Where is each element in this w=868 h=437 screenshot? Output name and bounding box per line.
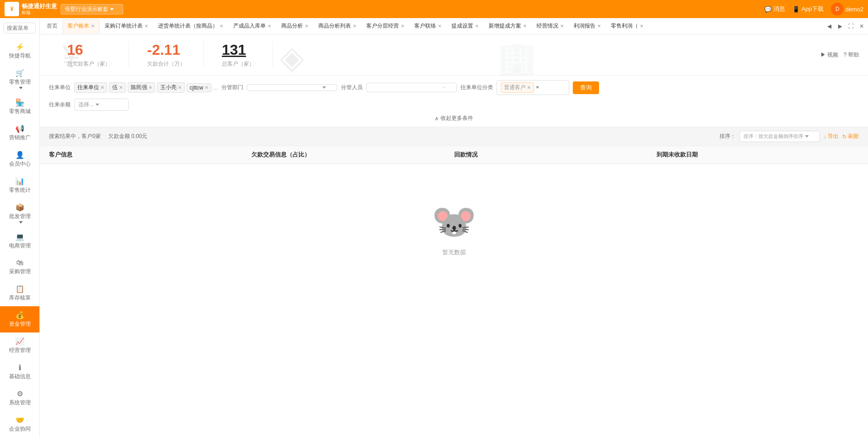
- tab-profit-report[interactable]: 利润报告✕: [569, 19, 606, 33]
- finance-icon: 💰: [15, 311, 24, 319]
- stat-total-customer: 131 总客户（家）: [204, 42, 273, 68]
- basic-info-icon: ℹ: [19, 363, 21, 372]
- app-download-button[interactable]: 📱 App下载: [792, 5, 824, 13]
- sidebar-item-purchase-mgmt[interactable]: 🛍采购管理: [0, 254, 39, 280]
- dept-filter-select[interactable]: [247, 84, 337, 91]
- tab-close-icon[interactable]: ✕: [305, 24, 308, 28]
- export-button[interactable]: ↓ 导出: [824, 133, 839, 140]
- tab-new-proposal[interactable]: 新增提成方案✕: [484, 19, 532, 33]
- filter-more-btn[interactable]: ...: [213, 85, 218, 91]
- sidebar-item-system-mgmt[interactable]: ⚙系统管理: [0, 385, 39, 411]
- sidebar-item-retail-mall[interactable]: 🏪零售商城: [0, 94, 39, 120]
- tab-next-button[interactable]: ▶: [835, 22, 844, 31]
- balance-filter-select[interactable]: 选择...: [74, 99, 129, 111]
- member-center-icon: 👤: [15, 151, 24, 159]
- help-icon: ?: [844, 52, 847, 58]
- tab-close-all-button[interactable]: ✕: [857, 22, 866, 31]
- sidebar-item-enterprise-coop[interactable]: 🤝企业协同: [0, 411, 39, 437]
- close-icon[interactable]: ✕: [205, 85, 208, 90]
- ecommerce-icon: 💻: [15, 233, 24, 241]
- close-icon[interactable]: ✕: [178, 85, 182, 90]
- close-icon[interactable]: ✕: [527, 85, 531, 90]
- results-summary: 搜索结果中，客户0家: [49, 133, 101, 140]
- tab-prev-button[interactable]: ◀: [825, 22, 834, 31]
- sidebar-item-marketing[interactable]: 📢营销推广: [0, 120, 39, 146]
- app-icon: 📱: [792, 6, 800, 13]
- tab-operation[interactable]: 经营情况✕: [532, 19, 569, 33]
- tab-close-icon[interactable]: ✕: [91, 24, 95, 28]
- tab-close-icon[interactable]: ✕: [475, 24, 479, 28]
- chevron-down-icon: [19, 221, 23, 223]
- sidebar-item-retail-stats[interactable]: 📊零售统计: [0, 172, 39, 199]
- sort-select[interactable]: 排序：按欠款金额倒序排序: [739, 131, 820, 142]
- unit-class-select[interactable]: 普通客户 ✕: [497, 80, 569, 95]
- sidebar-item-operation-mgmt[interactable]: 📈经营管理: [0, 332, 39, 359]
- logo: ¥ 畅捷通好生意 标版: [5, 2, 57, 16]
- sidebar-item-inventory[interactable]: 📋库存核算: [0, 280, 39, 306]
- tab-close-icon[interactable]: ✕: [144, 24, 148, 28]
- close-icon[interactable]: ✕: [119, 85, 123, 90]
- avatar: D: [831, 3, 844, 15]
- tab-incoming-stats[interactable]: 进货单统计表（按商品）✕: [153, 19, 228, 33]
- tab-product-inbound[interactable]: 产成品入库单✕: [228, 19, 276, 33]
- tab-product-analysis[interactable]: 商品分析✕: [276, 19, 313, 33]
- refresh-button[interactable]: ↻ 刷新: [842, 133, 859, 140]
- chevron-down-icon: [805, 135, 809, 138]
- logo-text: 畅捷通好生意: [22, 3, 57, 10]
- chevron-down-icon: [96, 104, 99, 106]
- stat-customer-label: 总欠款客户（家）: [67, 60, 110, 68]
- balance-filter-label: 往来余额: [49, 101, 71, 109]
- tab-customer-cost[interactable]: 客户账本✕: [62, 19, 100, 33]
- close-icon[interactable]: ✕: [149, 85, 152, 90]
- sidebar-item-member-center[interactable]: 👤会员中心: [0, 146, 39, 172]
- inventory-icon: 📋: [15, 285, 24, 293]
- sidebar-item-finance[interactable]: 💰资金管理: [0, 306, 39, 332]
- col-repayment: 回款情况: [454, 151, 657, 159]
- tab-close-icon[interactable]: ✕: [560, 24, 564, 28]
- user-menu[interactable]: D demo2: [831, 3, 863, 15]
- sidebar-item-basic-info[interactable]: ℹ基础信息: [0, 359, 39, 385]
- search-input[interactable]: [4, 23, 36, 33]
- close-icon[interactable]: ✕: [101, 85, 104, 90]
- tab-retail-profit[interactable]: 零售利润（✕: [606, 19, 648, 33]
- sidebar-item-ecommerce[interactable]: 💻电商管理: [0, 228, 39, 254]
- video-button[interactable]: ▶ 视频: [820, 51, 838, 59]
- stats-bar: ¥ ◈ 🏢 16 总欠款客户（家） -2.11 欠款合计（万） 131 总客户（…: [40, 34, 868, 76]
- tab-close-icon[interactable]: ✕: [353, 24, 356, 28]
- tab-product-analysis-list[interactable]: 商品分析列表✕: [313, 19, 361, 33]
- tab-bar: 首页客户账本✕采购订单统计表✕进货单统计表（按商品）✕产成品入库单✕商品分析✕商…: [40, 18, 868, 34]
- tab-close-icon[interactable]: ✕: [401, 24, 404, 28]
- tab-customer-contact[interactable]: 客户联络✕: [409, 19, 446, 33]
- sidebar-item-retail-mgmt[interactable]: 🛒零售管理: [0, 64, 39, 94]
- tab-close-icon[interactable]: ✕: [220, 24, 223, 28]
- unit-filter-label: 往来单位: [49, 84, 71, 91]
- video-icon: ▶: [820, 52, 826, 58]
- results-bar: 搜索结果中，客户0家 欠款金额 0.00元 排序： 排序：按欠款金额倒序排序 ↓…: [40, 127, 868, 146]
- tab-close-icon[interactable]: ✕: [640, 24, 643, 28]
- staff-filter-select[interactable]: ···: [366, 83, 457, 92]
- tab-close-icon[interactable]: ✕: [523, 24, 527, 28]
- sidebar-item-quick-nav[interactable]: ⚡快捷导航: [0, 38, 39, 64]
- enterprise-coop-icon: 🤝: [15, 416, 24, 424]
- search-button[interactable]: 查询: [573, 81, 599, 94]
- chevron-down-icon: [536, 86, 539, 89]
- col-debt-info: 欠款交易信息（占比）: [251, 151, 454, 159]
- tab-maximize-button[interactable]: ⛶: [846, 22, 855, 31]
- help-button[interactable]: ? 帮助: [844, 51, 859, 59]
- tab-close-icon[interactable]: ✕: [597, 24, 601, 28]
- empty-text: 暂无数据: [442, 248, 466, 256]
- table-header: 客户信息 欠款交易信息（占比） 回款情况 到期未收款日期: [40, 146, 868, 164]
- system-mgmt-icon: ⚙: [17, 390, 23, 398]
- collapse-button[interactable]: ∧ 收起更多条件: [435, 114, 473, 122]
- tab-proposal-settings[interactable]: 提成设置✕: [446, 19, 484, 33]
- tab-close-icon[interactable]: ✕: [438, 24, 441, 28]
- tab-purchase-order[interactable]: 采购订单统计表✕: [100, 19, 153, 33]
- stat-customer-count: 16 总欠款客户（家）: [49, 42, 129, 68]
- tab-close-icon[interactable]: ✕: [268, 24, 271, 28]
- tab-home[interactable]: 首页: [42, 19, 62, 33]
- industry-selector[interactable]: 母婴行业演示账套: [61, 4, 123, 14]
- message-button[interactable]: 💬 消息: [764, 5, 785, 13]
- tab-customer-tier[interactable]: 客户分层经营✕: [361, 19, 409, 33]
- sidebar-item-batch-mgmt[interactable]: 📦批发管理: [0, 199, 39, 228]
- operation-mgmt-icon: 📈: [15, 337, 24, 346]
